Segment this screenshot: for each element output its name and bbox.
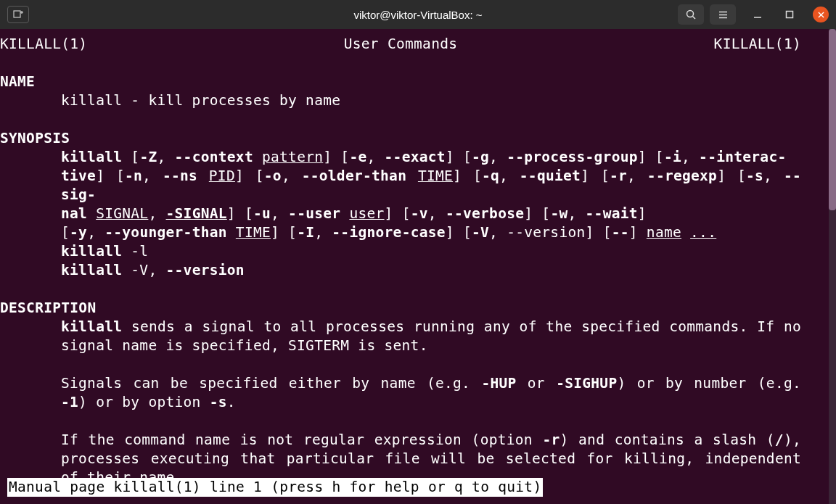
- titlebar-controls: [678, 4, 836, 25]
- minimize-icon: [753, 10, 762, 19]
- svg-line-4: [692, 16, 695, 19]
- terminal-content[interactable]: KILLALL(1) User Commands KILLALL(1) NAME…: [0, 29, 836, 504]
- man-status-line: Manual page killall(1) line 1 (press h f…: [7, 478, 543, 497]
- terminal-scrollbar[interactable]: [829, 29, 836, 504]
- maximize-icon: [785, 10, 794, 19]
- maximize-button[interactable]: [779, 4, 800, 25]
- hamburger-icon: [718, 9, 729, 20]
- search-button[interactable]: [678, 4, 704, 25]
- minimize-button[interactable]: [747, 4, 768, 25]
- section-title-synopsis: SYNOPSIS: [0, 129, 836, 148]
- section-synopsis: SYNOPSIS killall [-Z, --context pattern]…: [0, 129, 836, 280]
- scrollbar-thumb[interactable]: [829, 29, 836, 210]
- window-titlebar: viktor@viktor-VirtualBox: ~: [0, 0, 836, 29]
- synopsis-body: killall [-Z, --context pattern] [-e, --e…: [0, 148, 836, 280]
- header-right: KILLALL(1): [714, 35, 801, 54]
- close-icon: [818, 12, 824, 18]
- section-description: DESCRIPTION killall sends a signal to al…: [0, 299, 836, 487]
- description-body: killall sends a signal to all processes …: [0, 318, 836, 487]
- svg-point-3: [687, 10, 693, 17]
- man-page-header: KILLALL(1) User Commands KILLALL(1): [0, 29, 836, 54]
- svg-rect-9: [787, 12, 793, 18]
- header-left: KILLALL(1): [0, 35, 87, 54]
- menu-button[interactable]: [710, 4, 736, 25]
- header-center: User Commands: [344, 35, 458, 54]
- section-name: NAME killall - kill processes by name: [0, 73, 836, 110]
- name-text: killall - kill processes by name: [0, 91, 836, 110]
- new-tab-button[interactable]: [7, 6, 29, 23]
- svg-rect-0: [14, 11, 20, 17]
- window-title: viktor@viktor-VirtualBox: ~: [353, 9, 482, 21]
- close-button[interactable]: [813, 7, 829, 22]
- section-title-description: DESCRIPTION: [0, 299, 836, 318]
- search-icon: [686, 9, 697, 20]
- section-title-name: NAME: [0, 73, 836, 91]
